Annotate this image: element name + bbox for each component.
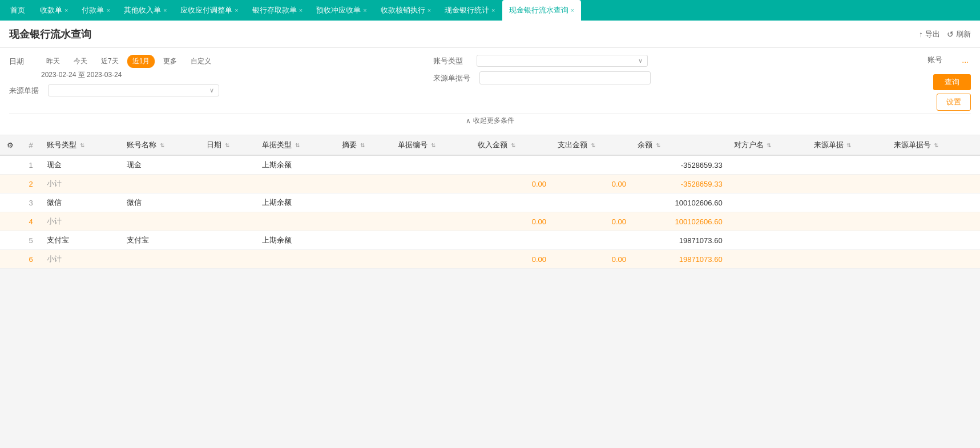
close-icon[interactable]: × <box>299 0 303 21</box>
th-source-doc-no[interactable]: 来源单据号 ⇅ <box>888 135 980 155</box>
td-doc-no <box>392 212 472 231</box>
td-account-type: 支付宝 <box>41 231 121 250</box>
date-7days[interactable]: 近7天 <box>96 55 124 68</box>
close-icon[interactable]: × <box>363 0 366 21</box>
td-summary <box>336 212 392 231</box>
table-row: 4小计0.000.00100102606.60 <box>0 212 980 231</box>
source-doc-select[interactable]: ∨ <box>48 84 219 96</box>
close-icon[interactable]: × <box>64 0 68 21</box>
table-row: 3微信微信上期余额100102606.60 <box>0 193 980 212</box>
tab-ysyftzd[interactable]: 应收应付调整单 × <box>174 0 245 21</box>
td-doc-type: 上期余额 <box>256 155 336 175</box>
close-icon[interactable]: × <box>163 0 167 21</box>
th-account-name[interactable]: 账号名称 ⇅ <box>121 135 201 155</box>
td-source-doc <box>808 250 888 269</box>
td-settings <box>0 231 21 250</box>
close-icon[interactable]: × <box>491 0 495 21</box>
date-more[interactable]: 更多 <box>158 55 182 68</box>
td-counterparty <box>728 231 808 250</box>
table-row: 1现金现金上期余额-3528659.33 <box>0 155 980 175</box>
td-summary <box>336 155 392 175</box>
tab-skhxzx[interactable]: 收款核销执行 × <box>374 0 438 21</box>
tab-xjyhls[interactable]: 现金银行流水查询 × <box>502 0 581 21</box>
date-today[interactable]: 今天 <box>68 55 92 68</box>
td-source-doc <box>808 231 888 250</box>
td-doc-type: 上期余额 <box>256 231 336 250</box>
td-index: 6 <box>21 250 41 269</box>
td-date <box>201 231 256 250</box>
tab-fukuandan[interactable]: 付款单 × <box>75 0 116 21</box>
td-account-name: 微信 <box>121 193 201 212</box>
td-source-doc-no <box>888 212 980 231</box>
th-doc-no[interactable]: 单据编号 ⇅ <box>392 135 472 155</box>
account-type-row: 账号类型 ∨ <box>433 55 834 67</box>
td-account-type: 小计 <box>41 250 121 269</box>
td-income <box>472 231 552 250</box>
close-icon[interactable]: × <box>428 0 431 21</box>
td-expense: 0.00 <box>552 175 632 193</box>
source-doc-no-input[interactable] <box>479 71 651 84</box>
nav-home[interactable]: 首页 <box>2 0 33 21</box>
export-button[interactable]: ↑ 导出 <box>919 29 940 39</box>
th-date[interactable]: 日期 ⇅ <box>201 135 256 155</box>
td-settings <box>0 193 21 212</box>
date-custom[interactable]: 自定义 <box>185 55 216 68</box>
td-settings <box>0 250 21 269</box>
td-settings <box>0 212 21 231</box>
td-date <box>201 250 256 269</box>
date-yesterday[interactable]: 昨天 <box>41 55 65 68</box>
collapse-bar[interactable]: ∧ 收起更多条件 <box>9 113 971 128</box>
td-account-name: 支付宝 <box>121 231 201 250</box>
source-doc-no-row: 来源单据号 <box>433 71 834 84</box>
th-summary[interactable]: 摘要 ⇅ <box>336 135 392 155</box>
gear-icon: ⚙ <box>7 141 14 150</box>
query-button[interactable]: 查询 <box>933 74 971 90</box>
td-source-doc <box>808 212 888 231</box>
td-summary <box>336 231 392 250</box>
td-expense <box>552 155 632 175</box>
td-counterparty <box>728 175 808 193</box>
tab-shoukuandan[interactable]: 收款单 × <box>33 0 75 21</box>
tab-yscs[interactable]: 预收冲应收单 × <box>309 0 373 21</box>
th-account-type[interactable]: 账号类型 ⇅ <box>41 135 121 155</box>
td-settings <box>0 175 21 193</box>
close-icon[interactable]: × <box>571 0 574 21</box>
td-counterparty <box>728 193 808 212</box>
td-doc-type <box>256 212 336 231</box>
page-title: 现金银行流水查询 <box>9 27 91 41</box>
th-income[interactable]: 收入金额 ⇅ <box>472 135 552 155</box>
account-type-select[interactable]: ∨ <box>477 55 648 67</box>
th-expense[interactable]: 支出金额 ⇅ <box>552 135 632 155</box>
account-row: 账号 ... <box>927 55 971 65</box>
td-source-doc-no <box>888 193 980 212</box>
tab-xjyhtj[interactable]: 现金银行统计 × <box>438 0 502 21</box>
td-account-type: 小计 <box>41 175 121 193</box>
date-1month[interactable]: 近1月 <box>127 55 155 68</box>
td-source-doc <box>808 175 888 193</box>
td-source-doc-no <box>888 175 980 193</box>
th-counterparty[interactable]: 对方户名 ⇅ <box>728 135 808 155</box>
account-ellipsis[interactable]: ... <box>959 55 971 64</box>
td-doc-no <box>392 231 472 250</box>
tab-qitasd[interactable]: 其他收入单 × <box>117 0 174 21</box>
th-doc-type[interactable]: 单据类型 ⇅ <box>256 135 336 155</box>
table-container: ⚙ # 账号类型 ⇅ 账号名称 ⇅ 日期 ⇅ 单据类型 ⇅ 摘要 ⇅ 单据编号 … <box>0 135 980 269</box>
td-balance: 100102606.60 <box>632 212 728 231</box>
close-icon[interactable]: × <box>235 0 238 21</box>
close-icon[interactable]: × <box>106 0 110 21</box>
data-table: ⚙ # 账号类型 ⇅ 账号名称 ⇅ 日期 ⇅ 单据类型 ⇅ 摘要 ⇅ 单据编号 … <box>0 135 980 269</box>
date-filter-row: 日期 昨天 今天 近7天 近1月 更多 自定义 <box>9 55 410 68</box>
td-index: 1 <box>21 155 41 175</box>
th-index: # <box>21 135 41 155</box>
td-index: 2 <box>21 175 41 193</box>
th-balance[interactable]: 余额 ⇅ <box>632 135 728 155</box>
tab-yhcqkd[interactable]: 银行存取款单 × <box>245 0 309 21</box>
date-options: 昨天 今天 近7天 近1月 更多 自定义 <box>41 55 216 68</box>
th-source-doc[interactable]: 来源单据 ⇅ <box>808 135 888 155</box>
td-expense: 0.00 <box>552 250 632 269</box>
settings-button[interactable]: 设置 <box>937 94 971 111</box>
account-type-label: 账号类型 <box>433 56 467 66</box>
td-doc-type <box>256 175 336 193</box>
refresh-button[interactable]: ↺ 刷新 <box>947 29 971 39</box>
th-settings[interactable]: ⚙ <box>0 135 21 155</box>
